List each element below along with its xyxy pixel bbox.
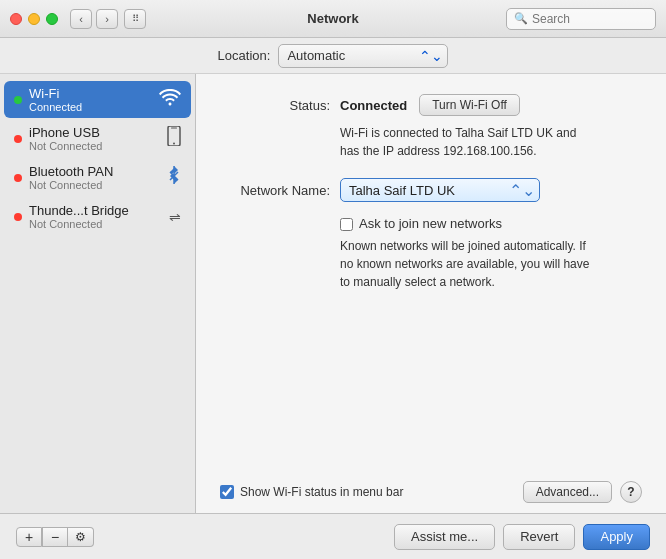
thunderbolt-status: Not Connected [29, 218, 164, 230]
bluetooth-status-dot [14, 174, 22, 182]
apply-button[interactable]: Apply [583, 524, 650, 550]
window-title: Network [307, 11, 358, 26]
assist-me-button[interactable]: Assist me... [394, 524, 495, 550]
nav-buttons: ‹ › [70, 9, 118, 29]
search-icon: 🔍 [514, 12, 528, 25]
main-content: Wi-Fi Connected iPhone USB Not Connected [0, 74, 666, 513]
show-status-row: Show Wi-Fi status in menu bar [220, 485, 403, 499]
titlebar: ‹ › ⠿ Network 🔍 [0, 0, 666, 38]
maximize-button[interactable] [46, 13, 58, 25]
thunderbolt-name: Thunde...t Bridge [29, 203, 164, 218]
ask-join-checkbox[interactable] [340, 218, 353, 231]
iphone-status-dot [14, 135, 22, 143]
iphone-status: Not Connected [29, 140, 162, 152]
bluetooth-name: Bluetooth PAN [29, 164, 162, 179]
checkbox-description: Known networks will be joined automatica… [340, 237, 642, 291]
detail-panel: Status: Connected Turn Wi-Fi Off Wi-Fi i… [196, 74, 666, 513]
iphone-name: iPhone USB [29, 125, 162, 140]
sidebar-item-bluetooth-pan[interactable]: Bluetooth PAN Not Connected [4, 159, 191, 196]
revert-button[interactable]: Revert [503, 524, 575, 550]
grid-button[interactable]: ⠿ [124, 9, 146, 29]
remove-network-button[interactable]: − [42, 527, 68, 547]
status-label: Status: [220, 98, 330, 113]
panel-bottom: Show Wi-Fi status in menu bar Advanced..… [220, 481, 642, 503]
network-name-row: Network Name: Talha Saif LTD UK ⌃⌄ [220, 178, 642, 202]
iphone-icon [167, 126, 181, 151]
back-button[interactable]: ‹ [70, 9, 92, 29]
footer: + − ⚙ Assist me... Revert Apply [0, 513, 666, 559]
ask-join-label[interactable]: Ask to join new networks [359, 216, 502, 231]
ask-join-checkbox-row: Ask to join new networks [340, 216, 642, 231]
sidebar: Wi-Fi Connected iPhone USB Not Connected [0, 74, 196, 513]
add-network-button[interactable]: + [16, 527, 42, 547]
network-select-wrap: Talha Saif LTD UK ⌃⌄ [340, 178, 540, 202]
svg-rect-1 [171, 128, 177, 129]
bluetooth-status: Not Connected [29, 179, 162, 191]
wifi-status-dot [14, 96, 22, 104]
thunderbolt-status-dot [14, 213, 22, 221]
help-button[interactable]: ? [620, 481, 642, 503]
location-select[interactable]: Automatic Edit Locations... [278, 44, 448, 68]
status-row: Status: Connected Turn Wi-Fi Off [220, 94, 642, 116]
show-wifi-status-label: Show Wi-Fi status in menu bar [240, 485, 403, 499]
bluetooth-icon [167, 165, 181, 190]
wifi-status: Connected [29, 101, 154, 113]
minimize-button[interactable] [28, 13, 40, 25]
search-input[interactable] [532, 12, 648, 26]
traffic-lights [10, 13, 58, 25]
sidebar-item-thunderbolt[interactable]: Thunde...t Bridge Not Connected ⇌ [4, 198, 191, 235]
location-bar: Location: Automatic Edit Locations... ⌃⌄ [0, 38, 666, 74]
advanced-button[interactable]: Advanced... [523, 481, 612, 503]
status-value: Connected [340, 98, 407, 113]
wifi-name: Wi-Fi [29, 86, 154, 101]
show-wifi-status-checkbox[interactable] [220, 485, 234, 499]
search-box: 🔍 [506, 8, 656, 30]
sidebar-item-wifi[interactable]: Wi-Fi Connected [4, 81, 191, 118]
sidebar-item-iphone-usb[interactable]: iPhone USB Not Connected [4, 120, 191, 157]
location-select-wrap: Automatic Edit Locations... ⌃⌄ [278, 44, 448, 68]
wifi-icon [159, 89, 181, 111]
network-name-select[interactable]: Talha Saif LTD UK [340, 178, 540, 202]
svg-point-2 [173, 143, 175, 145]
network-settings-button[interactable]: ⚙ [68, 527, 94, 547]
network-name-label: Network Name: [220, 183, 330, 198]
sidebar-controls: + − ⚙ [16, 527, 94, 547]
forward-button[interactable]: › [96, 9, 118, 29]
turn-wifi-off-button[interactable]: Turn Wi-Fi Off [419, 94, 520, 116]
thunderbolt-icon: ⇌ [169, 209, 181, 225]
close-button[interactable] [10, 13, 22, 25]
location-label: Location: [218, 48, 271, 63]
status-description: Wi-Fi is connected to Talha Saif LTD UK … [340, 124, 642, 160]
